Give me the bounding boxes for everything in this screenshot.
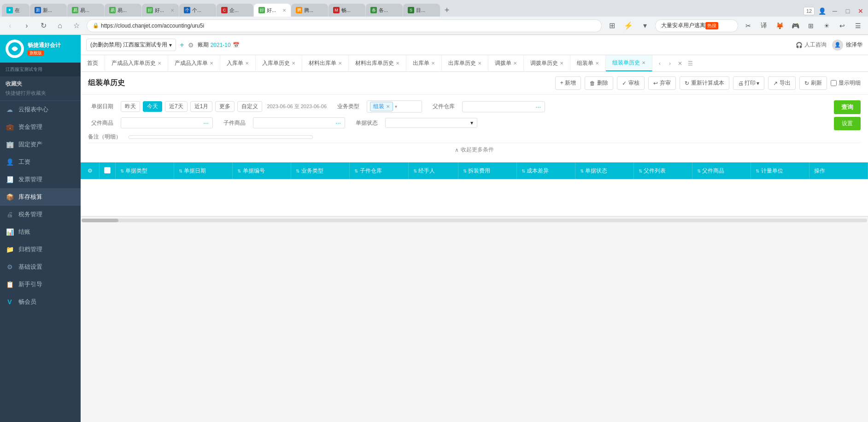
new-tab-button[interactable]: + <box>440 4 453 17</box>
sidebar-item-member[interactable]: V 畅会员 <box>0 293 81 311</box>
th-settings[interactable]: ⚙ <box>81 162 100 179</box>
business-type-input[interactable]: 组装 ✕ ▾ <box>367 100 422 113</box>
th-bill-date[interactable]: ⇅ 单据日期 <box>174 162 233 179</box>
parent-warehouse-input[interactable]: ··· <box>462 101 545 112</box>
page-tab-transfer[interactable]: 调拨单 ✕ <box>488 56 524 71</box>
show-detail-checkbox[interactable] <box>831 80 837 86</box>
sidebar-item-cloud-report[interactable]: ☁ 云报表中心 <box>0 101 81 118</box>
sidebar-item-closing[interactable]: 📊 结账 <box>0 223 81 241</box>
sidebar-item-payroll[interactable]: 👤 工资 <box>0 153 81 171</box>
th-parent-list[interactable]: ⇅ 父件列表 <box>634 162 692 179</box>
th-handler[interactable]: ⇅ 经手人 <box>408 162 458 179</box>
ellipsis-btn[interactable]: ··· <box>535 103 541 110</box>
tab-close[interactable]: ✕ <box>560 61 563 66</box>
th-child-warehouse[interactable]: ⇅ 子件仓库 <box>350 162 408 179</box>
scissors-icon[interactable]: ✂ <box>742 19 755 32</box>
custom-btn[interactable]: 自定义 <box>237 101 262 112</box>
ellipsis-btn-3[interactable]: ··· <box>335 119 341 127</box>
tab-close-5[interactable]: ✕ <box>170 8 174 13</box>
page-tab-assembly[interactable]: 组装单 ✕ <box>570 56 606 71</box>
tab-close-all-icon[interactable]: ✕ <box>675 59 685 68</box>
yesterday-btn[interactable]: 昨天 <box>121 101 140 112</box>
lightning-icon[interactable]: ⚡ <box>622 19 635 32</box>
bookmark-button[interactable]: ☆ <box>70 19 83 32</box>
tab-count-badge[interactable]: 12 <box>803 7 815 15</box>
collapse-button[interactable]: ∧ 收起更多条件 <box>88 143 861 156</box>
add-company-btn[interactable]: + <box>180 41 184 49</box>
home-button[interactable]: ⌂ <box>53 19 66 32</box>
page-tab-in-history[interactable]: 入库单历史 ✕ <box>256 56 302 71</box>
export-button[interactable]: ↗ 导出 <box>768 76 796 90</box>
tab-close-8[interactable]: ✕ <box>282 8 286 13</box>
browser-tab-7[interactable]: C 企... <box>217 4 253 17</box>
back-button[interactable]: ‹ <box>4 19 17 32</box>
page-tab-material-out[interactable]: 材料出库单 ✕ <box>302 56 349 71</box>
scrollbar-area[interactable] <box>81 216 868 224</box>
abandon-button[interactable]: ↩ 弃审 <box>648 76 676 90</box>
maximize-icon[interactable]: □ <box>842 6 853 17</box>
search-box[interactable]: 大量安卓用户逃离 热搜 <box>655 19 738 32</box>
browser-tab-special[interactable]: ✦ 在 <box>2 4 29 17</box>
page-tab-product-in-history[interactable]: 产成品入库单历史 ✕ <box>105 56 168 71</box>
header-checkbox[interactable] <box>104 167 111 173</box>
th-bill-status[interactable]: ⇅ 单据状态 <box>575 162 633 179</box>
minimize-icon[interactable]: ─ <box>829 6 840 17</box>
query-button[interactable]: 查询 <box>834 100 861 114</box>
th-bill-type[interactable]: ⇅ 单据类型 <box>116 162 174 179</box>
sidebar-item-finance[interactable]: 💼 资金管理 <box>0 118 81 136</box>
print-button[interactable]: 🖨 打印 ▾ <box>733 76 764 90</box>
sidebar-item-inventory[interactable]: 📦 库存核算 <box>0 188 81 206</box>
ellipsis-btn-2[interactable]: ··· <box>203 119 209 127</box>
browser-tab-10[interactable]: M 畅... <box>328 4 365 17</box>
tab-prev-icon[interactable]: ‹ <box>655 59 664 68</box>
apps-icon[interactable]: ⊞ <box>804 19 817 32</box>
show-detail-label[interactable]: 显示明细 <box>831 79 861 87</box>
bill-status-select[interactable]: ▾ <box>385 118 477 128</box>
reload-button[interactable]: ↻ <box>37 19 50 32</box>
undo-icon[interactable]: ↩ <box>836 19 849 32</box>
sidebar-item-fixed-assets[interactable]: 🏢 固定资产 <box>0 136 81 153</box>
sidebar-item-guide[interactable]: 📋 新手引导 <box>0 276 81 293</box>
more-date-btn[interactable]: 更多 <box>215 101 235 112</box>
tab-more-icon[interactable]: ☰ <box>686 59 695 68</box>
delete-button[interactable]: 🗑 删除 <box>585 76 613 90</box>
new-button[interactable]: + 新增 <box>555 76 581 90</box>
browser-tab-8[interactable]: 好 好... ✕ <box>254 4 291 17</box>
tab-close[interactable]: ✕ <box>338 61 342 66</box>
tab-close[interactable]: ✕ <box>210 61 213 66</box>
address-input[interactable]: 🔒 https://cloud.chanjet.com/accounting/u… <box>87 19 602 32</box>
tab-next-icon[interactable]: › <box>665 59 674 68</box>
service-button[interactable]: 🎧 人工咨询 <box>796 41 827 49</box>
page-tab-out-history[interactable]: 出库单历史 ✕ <box>442 56 488 71</box>
dropdown-arrow[interactable]: ▾ <box>395 104 397 109</box>
audit-button[interactable]: ✓ 审核 <box>617 76 645 90</box>
page-tab-product-in[interactable]: 产成品入库单 ✕ <box>168 56 220 71</box>
sidebar-item-archive[interactable]: 📁 归档管理 <box>0 241 81 258</box>
tab-close[interactable]: ✕ <box>292 61 295 66</box>
th-cost-diff[interactable]: ⇅ 成本差异 <box>516 162 575 179</box>
tab-close[interactable]: ✕ <box>513 61 517 66</box>
grid-icon[interactable]: ⊞ <box>605 19 618 32</box>
profile-icon[interactable]: 👤 <box>816 6 827 17</box>
browser-tab-12[interactable]: S 目... <box>403 4 440 17</box>
browser-tab-9[interactable]: 腾 腾... <box>291 4 328 17</box>
browser-tab-11[interactable]: 各 各... <box>366 4 403 17</box>
settings-gear[interactable]: ⚙ <box>188 41 194 49</box>
translate-icon[interactable]: 译 <box>757 19 770 32</box>
tab-close[interactable]: ✕ <box>245 61 249 66</box>
browser-tab-4[interactable]: 易 易... <box>105 4 141 17</box>
month-btn[interactable]: 近1月 <box>190 101 213 112</box>
th-disassemble-fee[interactable]: ⇅ 拆装费用 <box>458 162 516 179</box>
page-tab-out[interactable]: 出库单 ✕ <box>406 56 442 71</box>
browser-tab-6[interactable]: 个 个... <box>179 4 216 17</box>
note-input[interactable] <box>129 135 313 139</box>
tab-close[interactable]: ✕ <box>158 61 161 66</box>
scrollbar-thumb[interactable] <box>82 219 118 222</box>
company-selector[interactable]: (勿删勿禁用) 江西服宝测试专用 ▾ <box>86 39 176 51</box>
tab-close[interactable]: ✕ <box>431 61 435 66</box>
recalc-button[interactable]: ↻ 重新计算成本 <box>680 76 729 90</box>
th-bill-no[interactable]: ⇅ 单据编号 <box>233 162 291 179</box>
page-tab-in[interactable]: 入库单 ✕ <box>220 56 256 71</box>
fox-icon[interactable]: 🦊 <box>773 19 786 32</box>
sidebar-item-invoice[interactable]: 🧾 发票管理 <box>0 171 81 188</box>
